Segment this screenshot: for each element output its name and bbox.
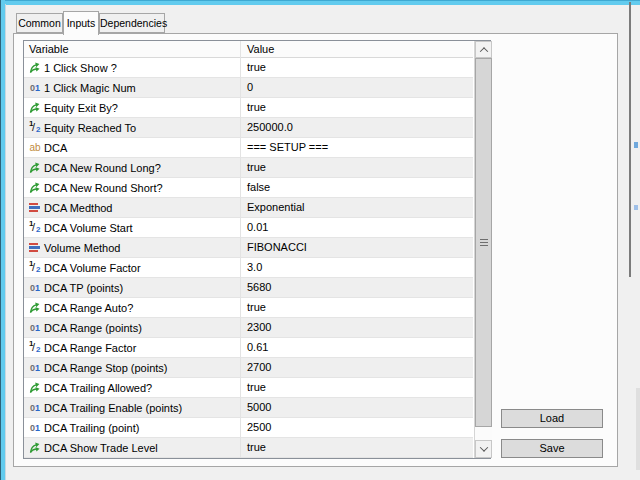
- table-row[interactable]: DCA Range Auto?true: [24, 298, 473, 318]
- table-row[interactable]: DCA New Round Short?false: [24, 178, 473, 198]
- table-row[interactable]: DCA MedthodExponential: [24, 198, 473, 218]
- thumb-grip-icon: [480, 242, 488, 243]
- fraction-half-icon: 1/2: [28, 221, 42, 235]
- fraction-half-icon: 1/2: [28, 341, 42, 355]
- table-row[interactable]: Equity Exit By?true: [24, 98, 473, 118]
- save-button[interactable]: Save: [501, 439, 603, 458]
- table-row[interactable]: 01DCA Trailing (point)2500: [24, 418, 473, 438]
- variable-value[interactable]: 0.01: [240, 218, 473, 237]
- variable-value[interactable]: 2500: [240, 418, 473, 437]
- variable-cell: DCA Range Auto?: [24, 298, 240, 317]
- table-row[interactable]: 1/2DCA Range Factor0.61: [24, 338, 473, 358]
- window-edge-inner: [5, 4, 6, 480]
- variable-name: DCA Volume Start: [44, 222, 133, 234]
- table-row[interactable]: DCA New Round Long?true: [24, 158, 473, 178]
- variable-value[interactable]: 250000.0: [240, 118, 473, 137]
- variable-name: DCA Show Trade Level: [44, 442, 158, 454]
- table-row[interactable]: 1/2DCA Volume Factor3.0: [24, 258, 473, 278]
- scrollbar-track[interactable]: [475, 427, 492, 440]
- column-header-value: Value: [247, 42, 274, 57]
- table-row[interactable]: DCA Trailing Allowed?true: [24, 378, 473, 398]
- variable-value[interactable]: 5680: [240, 278, 473, 297]
- ea-properties-dialog: Common Inputs Dependencies Variable Valu…: [0, 0, 640, 480]
- table-row[interactable]: 01DCA TP (points)5680: [24, 278, 473, 298]
- variable-value[interactable]: 2700: [240, 358, 473, 377]
- variable-value[interactable]: false: [240, 178, 473, 197]
- scrollbar-thumb[interactable]: [475, 58, 492, 427]
- variable-cell: 01DCA TP (points): [24, 278, 240, 297]
- variable-value[interactable]: FIBONACCI: [240, 238, 473, 257]
- window-accent-top-line: [0, 0, 640, 1]
- variable-name: DCA TP (points): [44, 282, 123, 294]
- variable-cell: Volume Method: [24, 238, 240, 257]
- variable-value[interactable]: true: [240, 378, 473, 397]
- variable-value[interactable]: Exponential: [240, 198, 473, 217]
- table-scrollbar[interactable]: [474, 41, 491, 458]
- table-row[interactable]: 01DCA Trailing Enable (points)5000: [24, 398, 473, 418]
- variable-value[interactable]: 2300: [240, 318, 473, 337]
- load-button[interactable]: Load: [501, 409, 603, 428]
- table-row[interactable]: 1 Click Show ?true: [24, 58, 473, 78]
- tab-common[interactable]: Common: [16, 13, 63, 33]
- variable-name: Equity Reached To: [44, 122, 136, 134]
- chevron-down-icon: [479, 443, 487, 451]
- bool-branch-arrow-icon: [28, 61, 42, 75]
- table-row[interactable]: 1/2DCA Volume Start0.01: [24, 218, 473, 238]
- variable-cell: abDCA: [24, 138, 240, 157]
- bool-branch-arrow-icon: [28, 381, 42, 395]
- thumb-grip-icon: [480, 245, 488, 246]
- table-rows: 1 Click Show ?true011 Click Magic Num0Eq…: [24, 58, 473, 458]
- chevron-up-icon: [479, 47, 487, 55]
- integer-01-icon: 01: [28, 81, 42, 95]
- integer-01-icon: 01: [28, 421, 42, 435]
- variable-cell: 1 Click Show ?: [24, 58, 240, 77]
- variable-value[interactable]: 3.0: [240, 258, 473, 277]
- bool-branch-arrow-icon: [28, 441, 42, 455]
- variable-cell: DCA New Round Short?: [24, 178, 240, 197]
- table-row[interactable]: DCA Show Trade Leveltrue: [24, 438, 473, 458]
- variable-value[interactable]: 0: [240, 78, 473, 97]
- bool-branch-arrow-icon: [28, 161, 42, 175]
- table-row[interactable]: 01DCA Range Stop (points)2700: [24, 358, 473, 378]
- table-row[interactable]: 1/2Equity Reached To250000.0: [24, 118, 473, 138]
- variable-cell: 1/2DCA Volume Start: [24, 218, 240, 237]
- variable-name: DCA New Round Long?: [44, 162, 161, 174]
- variable-value[interactable]: true: [240, 158, 473, 177]
- table-row[interactable]: 011 Click Magic Num0: [24, 78, 473, 98]
- variable-value[interactable]: === SETUP ===: [240, 138, 473, 157]
- table-row[interactable]: Volume MethodFIBONACCI: [24, 238, 473, 258]
- table-row[interactable]: 01DCA Range (points)2300: [24, 318, 473, 338]
- variable-value[interactable]: true: [240, 298, 473, 317]
- scroll-up-button[interactable]: [475, 41, 492, 58]
- variable-name: DCA: [44, 142, 67, 154]
- column-header-variable: Variable: [29, 42, 69, 57]
- variable-cell: 1/2DCA Volume Factor: [24, 258, 240, 277]
- variable-name: DCA Trailing (point): [44, 422, 139, 434]
- tab-dependencies[interactable]: Dependencies: [99, 13, 165, 33]
- window-edge-left: [0, 0, 1, 480]
- table-row[interactable]: abDCA=== SETUP ===: [24, 138, 473, 158]
- variable-value[interactable]: 0.61: [240, 338, 473, 357]
- variable-value[interactable]: true: [240, 58, 473, 77]
- background-artifact: [636, 388, 640, 470]
- bool-branch-arrow-icon: [28, 181, 42, 195]
- variable-value[interactable]: 5000: [240, 398, 473, 417]
- scroll-down-button[interactable]: [475, 440, 492, 458]
- variable-value[interactable]: true: [240, 438, 473, 457]
- variable-name: 1 Click Magic Num: [44, 82, 136, 94]
- integer-01-icon: 01: [28, 281, 42, 295]
- variable-name: DCA Trailing Allowed?: [44, 382, 152, 394]
- variable-value[interactable]: true: [240, 98, 473, 117]
- background-window-separator: [629, 2, 631, 277]
- bool-branch-arrow-icon: [28, 101, 42, 115]
- variable-cell: DCA Trailing Allowed?: [24, 378, 240, 397]
- column-divider: [240, 41, 241, 458]
- integer-01-icon: 01: [28, 361, 42, 375]
- integer-01-icon: 01: [28, 321, 42, 335]
- variable-cell: 01DCA Range Stop (points): [24, 358, 240, 377]
- tab-inputs[interactable]: Inputs: [63, 11, 99, 35]
- variable-cell: 1/2DCA Range Factor: [24, 338, 240, 357]
- variable-name: DCA Medthod: [44, 202, 112, 214]
- inputs-table: Variable Value 1 Click Show ?true011 Cli…: [23, 40, 491, 459]
- variable-cell: 01DCA Trailing (point): [24, 418, 240, 437]
